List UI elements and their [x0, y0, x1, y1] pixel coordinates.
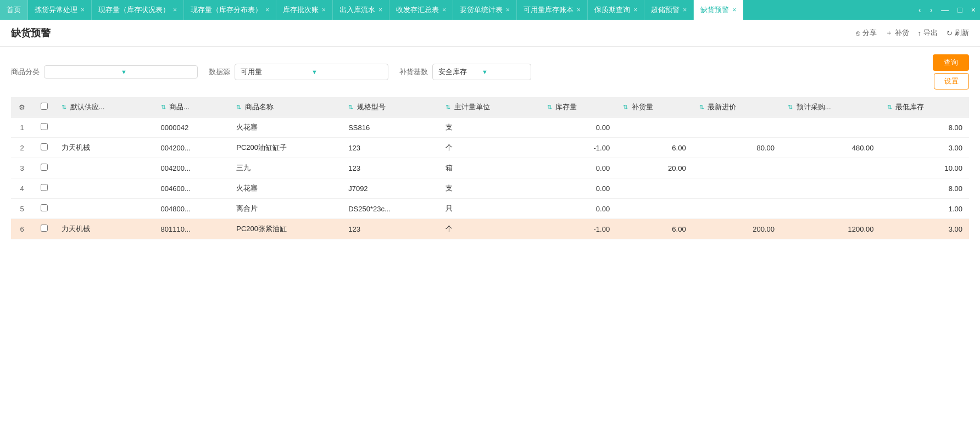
tab-baozhiqi[interactable]: 保质期查询 × — [588, 0, 644, 20]
row-min-stock: 3.00 — [881, 138, 969, 158]
sort-est-icon: ⇅ — [788, 104, 793, 110]
th-settings[interactable]: ⚙ — [11, 97, 33, 117]
tab-yaohuo[interactable]: 要货单统计表 × — [453, 0, 517, 20]
tab-jianhuoyichang[interactable]: 拣货异常处理 × — [28, 0, 92, 20]
refresh-action[interactable]: ↻ 刷新 — [946, 28, 969, 38]
tab-xiancunliang1[interactable]: 现存量（库存状况表） × — [92, 0, 184, 20]
datasource-select[interactable]: 可用量 ▼ — [235, 64, 388, 80]
share-action[interactable]: ⎋ 分享 — [856, 28, 877, 38]
table-row: 4 004600... 火花塞 J7092 支 0.00 8.00 — [11, 178, 969, 199]
row-product-name: PC200油缸缸子 — [230, 138, 342, 158]
tab-close-11[interactable]: × — [732, 6, 736, 14]
replenish-icon: ＋ — [886, 28, 893, 38]
th-supplier[interactable]: ⇅ 默认供应... — [55, 97, 154, 117]
row-checkbox-cell[interactable] — [33, 178, 55, 199]
th-latest-price[interactable]: ⇅ 最新进价 — [693, 97, 781, 117]
row-replenish: 6.00 — [616, 138, 692, 158]
th-checkbox[interactable] — [33, 97, 55, 117]
tab-close-4[interactable]: × — [322, 6, 326, 14]
datasource-arrow-icon: ▼ — [311, 69, 382, 75]
select-all-checkbox[interactable] — [41, 103, 48, 110]
row-spec: SS816 — [342, 117, 439, 138]
settings-gear-icon[interactable]: ⚙ — [19, 103, 25, 111]
replenish-action[interactable]: ＋ 补货 — [886, 28, 909, 38]
th-est-purchase[interactable]: ⇅ 预计采购... — [781, 97, 881, 117]
row-checkbox-cell[interactable] — [33, 199, 55, 219]
row-checkbox[interactable] — [41, 204, 48, 211]
row-stock: 0.00 — [541, 199, 616, 219]
row-replenish — [616, 178, 692, 199]
tab-xiancunliang2[interactable]: 现存量（库存分布表） × — [184, 0, 276, 20]
tab-kucunpici[interactable]: 库存批次账 × — [276, 0, 333, 20]
page-header: 缺货预警 ⎋ 分享 ＋ 补货 ↑ 导出 ↻ 刷新 — [0, 20, 980, 47]
tab-close-window-btn[interactable]: × — [967, 0, 980, 20]
row-latest-price — [693, 117, 781, 138]
row-est-purchase — [781, 117, 881, 138]
row-checkbox-cell[interactable] — [33, 158, 55, 178]
tab-close-9[interactable]: × — [633, 6, 637, 14]
tab-close-2[interactable]: × — [173, 6, 177, 14]
export-action[interactable]: ↑ 导出 — [918, 28, 938, 38]
tab-close-7[interactable]: × — [506, 6, 510, 14]
row-supplier — [55, 199, 154, 219]
row-checkbox-cell[interactable] — [33, 117, 55, 138]
row-stock: 0.00 — [541, 178, 616, 199]
tab-close-10[interactable]: × — [683, 6, 687, 14]
th-product-name[interactable]: ⇅ 商品名称 — [230, 97, 342, 117]
row-product-code: 004800... — [154, 199, 230, 219]
category-select[interactable]: ▼ — [44, 65, 198, 79]
replenish-basis-select[interactable]: 安全库存 ▼ — [432, 64, 531, 80]
tab-maximize-btn[interactable]: □ — [953, 0, 966, 20]
tab-close-6[interactable]: × — [442, 6, 446, 14]
row-est-purchase — [781, 199, 881, 219]
tab-close-3[interactable]: × — [265, 6, 269, 14]
row-checkbox[interactable] — [41, 225, 48, 232]
row-checkbox-cell[interactable] — [33, 219, 55, 239]
table-body: 1 0000042 火花塞 SS816 支 0.00 8.00 2 力天机械 0… — [11, 117, 969, 239]
row-latest-price: 80.00 — [693, 138, 781, 158]
tab-chaochuyujing[interactable]: 超储预警 × — [644, 0, 694, 20]
th-replenish[interactable]: ⇅ 补货量 — [616, 97, 692, 117]
tab-next-btn[interactable]: › — [926, 0, 937, 20]
row-spec: 123 — [342, 158, 439, 178]
query-button[interactable]: 查询 — [933, 54, 969, 71]
sort-min-icon: ⇅ — [887, 104, 892, 110]
tab-close-5[interactable]: × — [378, 6, 382, 14]
row-spec: J7092 — [342, 178, 439, 199]
settings-button[interactable]: 设置 — [934, 73, 969, 89]
tab-keyongliang[interactable]: 可用量库存账本 × — [517, 0, 588, 20]
th-min-stock[interactable]: ⇅ 最低库存 — [881, 97, 969, 117]
th-product-code[interactable]: ⇅ 商品... — [154, 97, 230, 117]
row-product-name: PC200张紧油缸 — [230, 219, 342, 239]
row-unit: 支 — [439, 178, 540, 199]
row-stock: -1.00 — [541, 138, 616, 158]
row-number: 1 — [11, 117, 33, 138]
table-container: ⚙ ⇅ 默认供应... ⇅ 商品... ⇅ 商品名称 — [0, 97, 980, 239]
row-min-stock: 8.00 — [881, 178, 969, 199]
row-checkbox[interactable] — [41, 123, 48, 130]
row-checkbox[interactable] — [41, 143, 48, 150]
row-unit: 箱 — [439, 158, 540, 178]
tab-minimize-btn[interactable]: — — [937, 0, 953, 20]
row-latest-price — [693, 199, 781, 219]
page-title: 缺货预警 — [11, 26, 51, 40]
tab-shofacun[interactable]: 收发存汇总表 × — [389, 0, 453, 20]
tab-quehuo[interactable]: 缺货预警 × — [694, 0, 743, 20]
th-unit[interactable]: ⇅ 主计量单位 — [439, 97, 540, 117]
row-replenish — [616, 199, 692, 219]
tab-prev-btn[interactable]: ‹ — [914, 0, 926, 20]
th-spec[interactable]: ⇅ 规格型号 — [342, 97, 439, 117]
tab-home[interactable]: 首页 — [0, 0, 28, 20]
tab-close-1[interactable]: × — [81, 6, 85, 14]
row-checkbox[interactable] — [41, 184, 48, 191]
sort-code-icon: ⇅ — [161, 104, 166, 110]
row-checkbox[interactable] — [41, 164, 48, 171]
row-product-name: 三九 — [230, 158, 342, 178]
sort-price-icon: ⇅ — [699, 104, 704, 110]
table-header-row: ⚙ ⇅ 默认供应... ⇅ 商品... ⇅ 商品名称 — [11, 97, 969, 117]
tab-churuku[interactable]: 出入库流水 × — [333, 0, 389, 20]
tab-close-8[interactable]: × — [577, 6, 581, 14]
row-checkbox-cell[interactable] — [33, 138, 55, 158]
th-stock[interactable]: ⇅ 库存量 — [541, 97, 616, 117]
datasource-filter-group: 数据源 可用量 ▼ — [209, 64, 388, 80]
